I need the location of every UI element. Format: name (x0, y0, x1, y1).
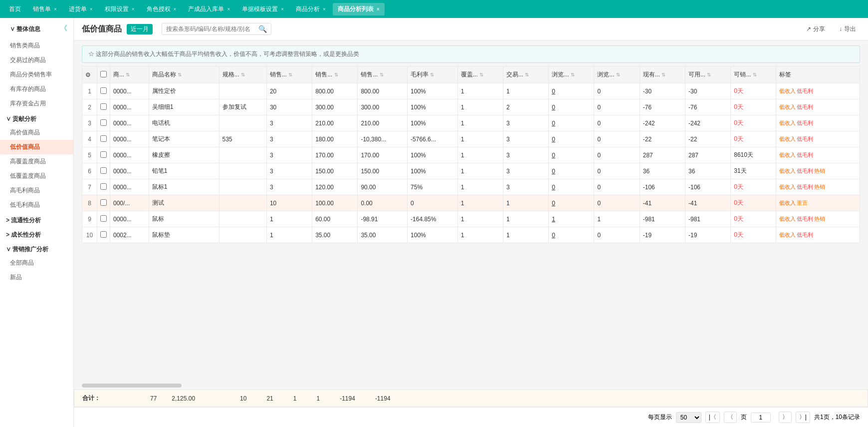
row-checkbox-cell[interactable] (97, 227, 110, 243)
sidebar-item-sales-products[interactable]: 销售类商品 (0, 38, 73, 53)
scrollbar-area[interactable] (82, 384, 860, 388)
nav-item-product-in[interactable]: 产成品入库单 × (183, 3, 235, 15)
row-checkbox-cell[interactable] (97, 195, 110, 211)
row-checkbox-cell[interactable] (97, 99, 110, 115)
col-trade[interactable]: 交易... ⇅ (503, 66, 548, 83)
col-spec[interactable]: 规格... ⇅ (219, 66, 266, 83)
col-sellable[interactable]: 可销... ⇅ (731, 66, 776, 83)
col-browse1[interactable]: 浏览... ⇅ (549, 66, 594, 83)
filter-tag-recent-month[interactable]: 近一月 (127, 24, 153, 34)
sidebar-item-high-margin[interactable]: 高毛利商品 (0, 183, 73, 198)
col-coverage[interactable]: 覆盖... ⇅ (457, 66, 503, 83)
sidebar-item-low-margin[interactable]: 低毛利商品 (0, 198, 73, 212)
browse1-link[interactable]: 0 (552, 184, 555, 191)
nav-item-home[interactable]: 首页 (4, 3, 26, 15)
scrollbar-thumb[interactable] (82, 384, 182, 388)
row-checkbox-cell[interactable] (97, 83, 110, 99)
row-browse1[interactable]: 0 (549, 163, 594, 179)
nav-item-template[interactable]: 单据模板设置 × (237, 3, 289, 15)
row-checkbox-cell[interactable] (97, 163, 110, 179)
row-checkbox-cell[interactable] (97, 115, 110, 131)
sidebar-item-in-stock[interactable]: 有库存的商品 (0, 82, 73, 96)
row-browse1[interactable]: 0 (549, 147, 594, 163)
col-browse2[interactable]: 浏览... ⇅ (594, 66, 640, 83)
row-checkbox[interactable] (100, 167, 107, 174)
row-checkbox[interactable] (100, 231, 107, 238)
row-browse1[interactable]: 0 (549, 227, 594, 243)
row-browse1[interactable]: 0 (549, 99, 594, 115)
browse1-link[interactable]: 0 (552, 232, 555, 239)
nav-item-analysis[interactable]: 商品分析 × (291, 3, 331, 15)
sidebar-item-high-coverage[interactable]: 高覆盖度商品 (0, 154, 73, 169)
search-icon[interactable]: 🔍 (258, 25, 267, 33)
browse1-link[interactable]: 0 (552, 120, 555, 127)
row-checkbox-cell[interactable] (97, 147, 110, 163)
row-checkbox-cell[interactable] (97, 131, 110, 147)
last-page-btn[interactable]: 〉| (796, 412, 810, 423)
sidebar-collapse-btn[interactable]: 《 (58, 23, 69, 34)
row-checkbox[interactable] (100, 199, 107, 206)
per-page-select[interactable]: 50 100 200 (676, 412, 701, 423)
browse1-link[interactable]: 0 (552, 168, 555, 175)
nav-item-roles[interactable]: 角色授权 × (142, 3, 182, 15)
browse1-link[interactable]: 0 (552, 88, 555, 95)
row-checkbox[interactable] (100, 135, 107, 142)
prev-page-btn[interactable]: 〈 (724, 412, 737, 423)
row-browse1[interactable]: 0 (549, 115, 594, 131)
row-checkbox[interactable] (100, 183, 107, 190)
col-checkbox[interactable] (97, 66, 110, 83)
row-checkbox[interactable] (100, 151, 107, 158)
col-current[interactable]: 现有... ⇅ (640, 66, 685, 83)
close-purchase-icon[interactable]: × (90, 6, 93, 12)
col-code[interactable]: 商... ⇅ (110, 66, 149, 83)
close-analysis-list-icon[interactable]: × (377, 6, 380, 12)
nav-item-sales[interactable]: 销售单 × (28, 3, 62, 15)
nav-item-permissions[interactable]: 权限设置 × (100, 3, 140, 15)
row-checkbox-cell[interactable] (97, 179, 110, 195)
col-margin[interactable]: 毛利率 ⇅ (408, 66, 458, 83)
close-roles-icon[interactable]: × (174, 6, 177, 12)
search-input[interactable] (166, 25, 255, 32)
close-sales-icon[interactable]: × (54, 6, 57, 12)
table-container[interactable]: ⚙ 商... ⇅ 商品名称 ⇅ 规格... ⇅ 销售... ⇅ 销售... ⇅ … (82, 66, 860, 382)
next-page-btn[interactable]: 〉 (779, 412, 792, 423)
sidebar-item-category-sales-rate[interactable]: 商品分类销售率 (0, 67, 73, 82)
sidebar-group-circulation[interactable]: > 流通性分析 (0, 212, 73, 227)
col-tags[interactable]: 标签 (776, 66, 860, 83)
row-browse1[interactable]: 1 (549, 211, 594, 227)
share-button[interactable]: ↗ 分享 (802, 23, 829, 35)
col-sales-qty[interactable]: 销售... ⇅ (266, 66, 312, 83)
sidebar-group-marketing[interactable]: ∨ 营销推广分析 (0, 241, 73, 256)
nav-item-analysis-list[interactable]: 商品分析列表 × (333, 3, 385, 15)
sidebar-item-low-coverage[interactable]: 低覆盖度商品 (0, 169, 73, 183)
sidebar-item-inventory-capital[interactable]: 库存资金占用 (0, 96, 73, 111)
browse1-link[interactable]: 0 (552, 152, 555, 159)
col-settings[interactable]: ⚙ (82, 66, 97, 83)
sidebar-group-growth[interactable]: > 成长性分析 (0, 227, 73, 241)
row-checkbox[interactable] (100, 87, 107, 94)
row-checkbox[interactable] (100, 119, 107, 126)
row-checkbox[interactable] (100, 215, 107, 222)
col-available[interactable]: 可用... ⇅ (685, 66, 730, 83)
row-checkbox[interactable] (100, 103, 107, 110)
col-sales-price[interactable]: 销售... ⇅ (312, 66, 358, 83)
sidebar-item-new-products[interactable]: 新品 (0, 270, 73, 285)
browse1-link[interactable]: 0 (552, 200, 555, 207)
sidebar-item-traded-products[interactable]: 交易过的商品 (0, 53, 73, 67)
export-button[interactable]: ↓ 导出 (835, 23, 860, 35)
select-all-checkbox[interactable] (100, 71, 107, 77)
row-browse1[interactable]: 0 (549, 179, 594, 195)
close-product-in-icon[interactable]: × (227, 6, 230, 12)
nav-item-purchase[interactable]: 进货单 × (64, 3, 98, 15)
row-browse1[interactable]: 0 (549, 83, 594, 99)
sidebar-item-all-products[interactable]: 全部商品 (0, 256, 73, 270)
row-browse1[interactable]: 0 (549, 195, 594, 211)
browse1-link[interactable]: 0 (552, 104, 555, 111)
sidebar-item-low-value[interactable]: 低价值商品 (0, 140, 73, 154)
close-analysis-icon[interactable]: × (323, 6, 326, 12)
first-page-btn[interactable]: |〈 (705, 412, 720, 423)
sidebar-group-contribution[interactable]: ∨ 贡献分析 (0, 111, 73, 125)
row-checkbox-cell[interactable] (97, 211, 110, 227)
col-name[interactable]: 商品名称 ⇅ (149, 66, 219, 83)
close-template-icon[interactable]: × (281, 6, 284, 12)
